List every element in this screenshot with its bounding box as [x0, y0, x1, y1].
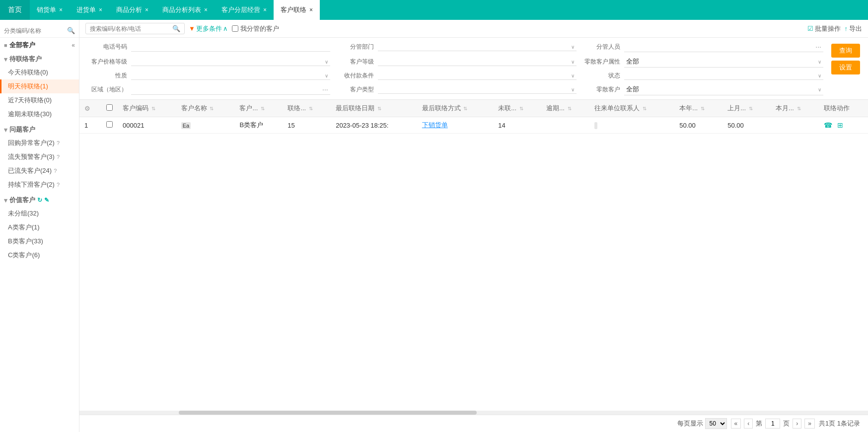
contact-action-icon[interactable]: ☎ [824, 121, 832, 129]
retail-attr-select[interactable]: 全部 ∨ [624, 56, 823, 68]
sidebar-item-c-class[interactable]: C类客户(6) [0, 248, 79, 262]
sort-icon-last-month[interactable]: ⇅ [749, 106, 753, 111]
payment-select[interactable]: ∨ [378, 72, 577, 80]
col-header-name: 客户名称 ⇅ [176, 100, 235, 117]
area-dots-icon[interactable]: ··· [322, 85, 328, 93]
sidebar-item-a-class[interactable]: A类客户(1) [0, 220, 79, 234]
question-icon-2[interactable]: ? [54, 168, 57, 174]
close-sales-icon[interactable]: × [59, 6, 63, 13]
sort-icon-month[interactable]: ⇅ [797, 106, 801, 111]
nav-sales[interactable]: 销货单 × [30, 0, 70, 20]
sort-icon-contact-person[interactable]: ⇅ [643, 106, 647, 111]
sort-icon-overdue[interactable]: ⇅ [568, 106, 572, 111]
retail-select[interactable]: 全部 ∨ [624, 84, 823, 95]
sidebar-item-declining[interactable]: 持续下滑客户(2) ? [0, 178, 79, 192]
row-action-container: ☎ ⊞ [824, 121, 863, 129]
scrollbar-thumb[interactable] [179, 411, 477, 415]
filter-cell-payment: 收付款条件 ∨ [334, 72, 577, 80]
customer-type-select[interactable]: ∨ [378, 86, 577, 94]
manager-dots-icon[interactable]: ··· [815, 43, 821, 51]
area-select[interactable]: ··· [131, 84, 330, 95]
close-purchase-icon[interactable]: × [99, 6, 102, 13]
cell-action: ☎ ⊞ [819, 117, 868, 134]
value-refresh-icon[interactable]: ↻ [37, 197, 42, 204]
sort-icon-name[interactable]: ⇅ [210, 106, 214, 111]
nav-home[interactable]: 首页 [0, 0, 30, 20]
page-prefix-label: 第 [756, 419, 762, 428]
sort-icon-contact[interactable]: ⇅ [309, 106, 313, 111]
sidebar-item-tomorrow[interactable]: 明天待联络(1) [0, 79, 79, 93]
cell-last-date: 2023-05-23 18:25: [331, 117, 417, 134]
select-all-checkbox[interactable] [106, 104, 113, 111]
horizontal-scrollbar[interactable] [79, 411, 868, 415]
cell-year: 50.00 [674, 117, 723, 134]
my-customers-filter[interactable]: 我分管的客户 [232, 24, 279, 33]
customer-table: ⚙ 客户编码 ⇅ 客户名称 ⇅ [79, 100, 868, 134]
sidebar-item-week[interactable]: 近7天待联络(0) [0, 93, 79, 107]
customer-level-select[interactable]: ∨ [378, 58, 577, 66]
sidebar-item-today[interactable]: 今天待联络(0) [0, 66, 79, 79]
sort-icon-last-method[interactable]: ⇅ [463, 106, 467, 111]
close-customer-tier-icon[interactable]: × [263, 6, 267, 13]
all-customers-header[interactable]: ■ 全部客户 « [0, 38, 79, 53]
last-page-btn[interactable]: » [804, 419, 815, 429]
per-page-select[interactable]: 50 [705, 418, 727, 429]
nature-label: 性质 [87, 72, 127, 80]
close-product-analysis-icon[interactable]: × [145, 6, 148, 13]
row-checkbox[interactable] [106, 121, 113, 128]
my-customers-checkbox[interactable] [232, 25, 238, 32]
sort-icon-type[interactable]: ⇅ [261, 106, 265, 111]
manager-select[interactable]: ··· [624, 42, 823, 52]
more-action-icon[interactable]: ⊞ [837, 121, 843, 129]
sidebar-search-icon[interactable]: 🔍 [67, 27, 75, 34]
question-icon-0[interactable]: ? [57, 140, 60, 146]
collapse-btn[interactable]: « [72, 42, 75, 49]
status-select[interactable]: ∨ [624, 72, 823, 80]
sort-icon-code[interactable]: ⇅ [151, 106, 155, 111]
dept-select[interactable]: ∨ [378, 43, 577, 51]
last-method-link[interactable]: 下销货单 [422, 121, 448, 129]
price-level-select[interactable]: ∨ [131, 58, 330, 66]
more-conditions-btn[interactable]: ▼ 更多条件 ∧ [189, 24, 228, 33]
status-label: 状态 [580, 72, 620, 80]
nav-customer-tier[interactable]: 客户分层经营 × [215, 0, 274, 20]
col-header-year: 本年... ⇅ [674, 100, 723, 117]
sidebar-item-ungroup[interactable]: 未分组(32) [0, 207, 79, 220]
sidebar-item-overdue[interactable]: 逾期未联络(30) [0, 107, 79, 121]
nav-product-analysis[interactable]: 商品分析 × [109, 0, 155, 20]
col-header-contact: 联络... ⇅ [283, 100, 331, 117]
export-btn[interactable]: ↑ 导出 [845, 24, 863, 33]
pagination-nav: « ‹ 第 页 › » [731, 419, 815, 429]
sort-icon-last-date[interactable]: ⇅ [377, 106, 381, 111]
nav-customer-contact[interactable]: 客户联络 × [274, 0, 320, 20]
filter-cell-manager: 分管人员 ··· [580, 42, 823, 52]
value-edit-icon[interactable]: ✎ [44, 197, 49, 204]
next-page-btn[interactable]: › [793, 419, 801, 429]
search-input[interactable] [90, 25, 172, 32]
filter-row-1: 电话号码 分管部门 ∨ 分管人员 [87, 42, 823, 52]
settings-btn[interactable]: 设置 [831, 61, 860, 74]
sidebar-item-b-class[interactable]: B类客户(33) [0, 234, 79, 248]
query-btn[interactable]: 查询 [831, 44, 860, 58]
nature-select[interactable]: ∨ [131, 72, 330, 80]
sidebar-item-repurchase-abnormal[interactable]: 回购异常客户(2) ? [0, 136, 79, 150]
page-input[interactable] [765, 419, 780, 429]
nav-purchase[interactable]: 进货单 × [70, 0, 109, 20]
question-icon-1[interactable]: ? [57, 154, 60, 160]
close-customer-contact-icon[interactable]: × [309, 6, 313, 13]
first-page-btn[interactable]: « [731, 419, 741, 429]
sidebar-item-churn-warning[interactable]: 流失预警客户(3) ? [0, 150, 79, 164]
phone-input[interactable] [131, 42, 330, 52]
sidebar-item-churned[interactable]: 已流失客户(24) ? [0, 164, 79, 178]
sort-icon-year[interactable]: ⇅ [701, 106, 705, 111]
batch-op-btn[interactable]: ☑ 批量操作 [807, 24, 841, 33]
sidebar-search-input[interactable] [4, 27, 67, 34]
nav-product-analysis-list[interactable]: 商品分析列表 × [155, 0, 215, 20]
search-icon[interactable]: 🔍 [172, 25, 180, 32]
close-product-analysis-list-icon[interactable]: × [204, 6, 208, 13]
prev-page-btn[interactable]: ‹ [744, 419, 753, 429]
question-icon-3[interactable]: ? [57, 182, 60, 188]
settings-icon[interactable]: ⚙ [84, 105, 90, 112]
sidebar: 🔍 ■ 全部客户 « ▾ 待联络客户 今天待联络(0) 明天待联络(1) 近7天… [0, 20, 79, 432]
sort-icon-uncontact[interactable]: ⇅ [519, 106, 523, 111]
